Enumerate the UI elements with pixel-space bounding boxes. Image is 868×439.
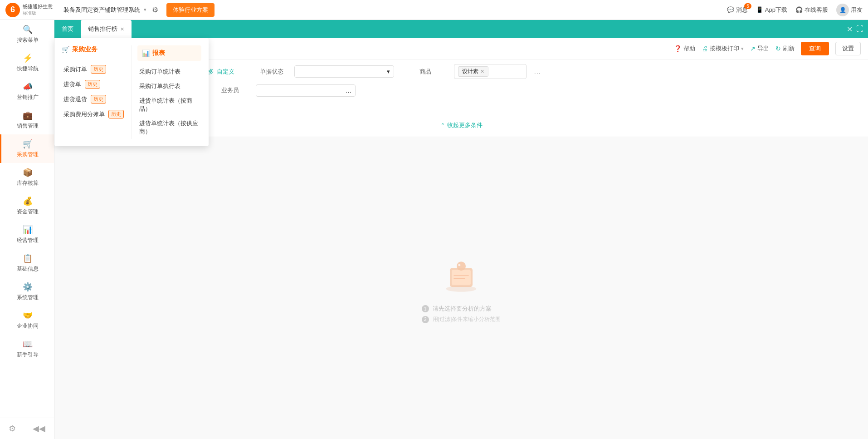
svg-point-4 — [458, 264, 460, 266]
export-btn[interactable]: ↗ 导出 — [750, 44, 769, 53]
sidebar-bottom: ⚙ ◀◀ — [0, 418, 54, 439]
help-icon: ❓ — [674, 45, 682, 52]
svg-point-3 — [457, 261, 466, 271]
goods-tag-close-icon[interactable]: ✕ — [480, 69, 484, 74]
avatar: 👤 — [836, 4, 849, 16]
order-status-select[interactable]: ▾ — [294, 65, 394, 78]
mobile-icon: 📱 — [756, 6, 763, 13]
inventory-icon: 📦 — [23, 168, 33, 178]
menu-item-inbound-stats-goods[interactable]: 进货单统计表（按商品） — [137, 94, 202, 116]
sidebar-label-guide: 新手引导 — [17, 351, 39, 359]
query-button[interactable]: 查询 — [801, 42, 829, 55]
sidebar: 🔍 搜索菜单 ⚡ 快捷导航 📣 营销推广 💼 销售管理 🛒 采购管理 📦 库存核… — [0, 20, 54, 439]
online-service-item[interactable]: 🎧 在线客服 — [795, 6, 828, 14]
user-item[interactable]: 👤 用友 — [836, 4, 863, 16]
logo-text: 畅捷通好生意 标准版 — [23, 3, 53, 16]
collapse-icon: ⌃ — [440, 122, 445, 129]
sidebar-item-inventory[interactable]: 📦 库存核算 — [0, 163, 54, 192]
sidebar-label-marketing: 营销推广 — [17, 94, 39, 101]
empty-hint-text-2: 用[过滤]条件来缩小分析范围 — [433, 316, 501, 323]
menu-item-inbound-stats-supplier[interactable]: 进货单统计表（按供应商） — [137, 116, 202, 139]
print-btn[interactable]: 🖨 按模板打印 ▾ — [702, 44, 744, 53]
report-col-title: 📊 报表 — [137, 45, 202, 61]
menu-item-purchase-order[interactable]: 采购订单 历史 — [62, 62, 126, 77]
menu-item-order-exec[interactable]: 采购订单执行表 — [137, 79, 202, 94]
sidebar-label-operations: 经营管理 — [17, 237, 39, 244]
date-custom[interactable]: 自定义 — [217, 68, 234, 76]
dropdown-arrow-icon[interactable]: ▾ — [144, 7, 146, 13]
main-content: 1 请先选择要分析的方案 2 用[过滤]条件来缩小分析范围 — [54, 137, 868, 439]
sidebar-item-quick-nav[interactable]: ⚡ 快捷导航 — [0, 49, 54, 77]
return-goods-history: 历史 — [91, 95, 106, 104]
sidebar-item-system[interactable]: ⚙️ 系统管理 — [0, 277, 54, 306]
tab-sales-ranking-label: 销售排行榜 — [88, 25, 117, 33]
sidebar-item-operations[interactable]: 📊 经营管理 — [0, 220, 54, 249]
inbound-stats-supplier-label: 进货单统计表（按供应商） — [139, 119, 200, 136]
order-stats-label: 采购订单统计表 — [139, 68, 180, 76]
app-download-item[interactable]: 📱 App下载 — [756, 6, 787, 14]
sidebar-item-sales[interactable]: 💼 销售管理 — [0, 106, 54, 134]
operations-icon: 📊 — [23, 225, 33, 235]
help-btn[interactable]: ❓ 帮助 — [674, 44, 695, 53]
menu-item-expense-split[interactable]: 采购费用分摊单 历史 — [62, 107, 126, 122]
select-arrow-icon: ▾ — [387, 68, 390, 75]
tab-bar-right: ✕ ⛶ — [847, 25, 868, 34]
settings-button[interactable]: 设置 — [835, 42, 861, 55]
tab-home[interactable]: 首页 — [54, 20, 81, 38]
report-title-label: 报表 — [152, 49, 165, 57]
sidebar-item-purchase[interactable]: 🛒 采购管理 — [0, 134, 54, 163]
app-download-label: App下载 — [765, 6, 787, 14]
empty-hint-text-1: 请先选择要分析的方案 — [433, 305, 492, 313]
refresh-btn[interactable]: ↻ 刷新 — [775, 44, 795, 53]
collapse-sidebar-icon[interactable]: ◀◀ — [33, 424, 45, 434]
inbound-stats-goods-label: 进货单统计表（按商品） — [139, 97, 200, 113]
goods-more-icon[interactable]: … — [534, 68, 541, 76]
purchase-order-label: 采购订单 — [63, 65, 87, 74]
maximize-icon[interactable]: ⛶ — [856, 25, 863, 33]
settings-bottom-icon[interactable]: ⚙ — [9, 424, 16, 434]
purchase-title-label: 采购业务 — [72, 45, 98, 54]
message-badge: 5 — [744, 3, 751, 9]
guide-icon: 📖 — [23, 339, 33, 349]
refresh-icon: ↻ — [775, 45, 781, 52]
sidebar-item-finance[interactable]: 💰 资金管理 — [0, 192, 54, 220]
dropdown-menu: 🛒 采购业务 采购订单 历史 进货单 历史 进货退货 历史 采购费用分摊单 历史… — [54, 38, 209, 146]
sidebar-label-finance: 资金管理 — [17, 208, 39, 216]
inbound-label: 进货单 — [63, 80, 81, 89]
menu-item-inbound[interactable]: 进货单 历史 — [62, 77, 126, 92]
print-icon: 🖨 — [702, 45, 708, 52]
sidebar-item-marketing[interactable]: 📣 营销推广 — [0, 77, 54, 106]
salesperson-label: 业务员 — [221, 86, 249, 94]
system-icon: ⚙️ — [23, 282, 33, 292]
menu-item-order-stats[interactable]: 采购订单统计表 — [137, 64, 202, 79]
print-dropdown-icon[interactable]: ▾ — [741, 46, 744, 52]
expense-split-label: 采购费用分摊单 — [63, 110, 105, 118]
sidebar-item-search[interactable]: 🔍 搜索菜单 — [0, 20, 54, 49]
online-service-label: 在线客服 — [805, 6, 828, 14]
industry-btn[interactable]: 体验行业方案 — [166, 3, 215, 17]
salesperson-select[interactable]: … — [256, 84, 356, 97]
close-window-icon[interactable]: ✕ — [847, 25, 853, 34]
sidebar-item-basic-info[interactable]: 📋 基础信息 — [0, 249, 54, 277]
sidebar-item-cooperation[interactable]: 🤝 企业协同 — [0, 306, 54, 335]
purchase-order-history: 历史 — [91, 65, 106, 74]
order-exec-label: 采购订单执行表 — [139, 82, 180, 90]
sidebar-label-basic-info: 基础信息 — [17, 265, 39, 273]
inbound-history: 历史 — [85, 80, 100, 89]
settings-gear-icon[interactable]: ⚙ — [152, 5, 158, 14]
sidebar-item-guide[interactable]: 📖 新手引导 — [0, 335, 54, 363]
message-item[interactable]: 💬 消息 5 — [727, 6, 748, 14]
logo-area: 6 畅捷通好生意 标准版 — [5, 3, 60, 17]
cooperation-icon: 🤝 — [23, 311, 33, 321]
sidebar-label-cooperation: 企业协同 — [17, 322, 39, 330]
menu-item-return-goods[interactable]: 进货退货 历史 — [62, 92, 126, 107]
tab-close-icon[interactable]: ✕ — [120, 26, 124, 32]
menu-divider — [132, 45, 132, 139]
goods-label: 商品 — [419, 68, 447, 76]
system-title: 装备及固定资产辅助管理系统 — [63, 6, 140, 14]
header-right: 💬 消息 5 📱 App下载 🎧 在线客服 👤 用友 — [727, 4, 863, 16]
hint-num-2: 2 — [422, 316, 429, 323]
tab-sales-ranking[interactable]: 销售排行榜 ✕ — [81, 20, 132, 38]
report-col: 📊 报表 采购订单统计表 采购订单执行表 进货单统计表（按商品） 进货单统计表（… — [137, 45, 202, 139]
goods-filter[interactable]: 设计素 ✕ — [454, 64, 527, 79]
